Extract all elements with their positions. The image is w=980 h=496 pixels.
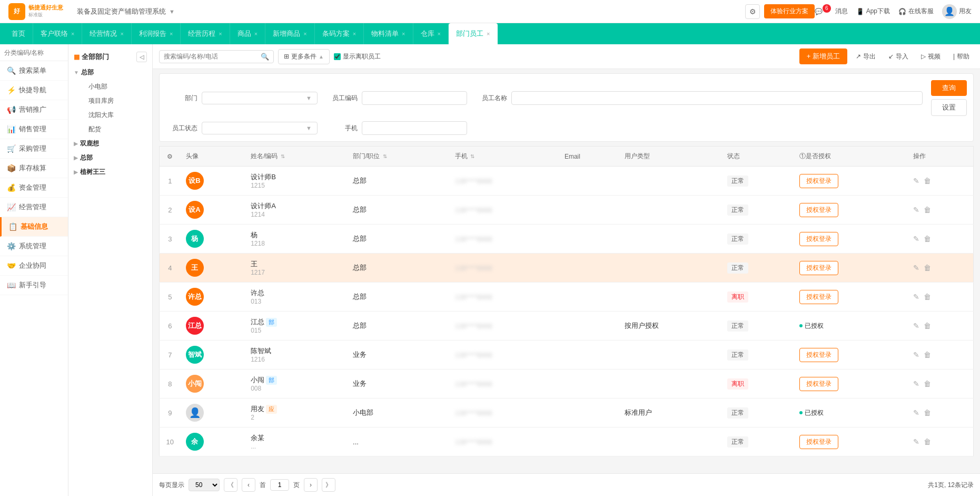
tab-warehouse-close[interactable]: × [438,31,441,37]
tree-group-head[interactable]: ▶ 总部 [68,151,152,165]
tab-profit-close[interactable]: × [170,31,173,37]
trial-button[interactable]: 体验行业方案 [764,4,815,18]
delete-button[interactable]: 🗑 [924,293,931,301]
edit-button[interactable]: ✎ [913,351,919,359]
auth-login-button[interactable]: 授权登录 [799,174,838,188]
sidebar-item-guide[interactable]: 📖 新手引导 [0,276,68,295]
tab-goods-close[interactable]: × [254,31,258,37]
show-inactive-checkbox-wrap[interactable]: 显示离职员工 [334,52,381,61]
tab-goods[interactable]: 商品 × [230,23,265,44]
sidebar-item-system[interactable]: ⚙️ 系统管理 [0,237,68,256]
sidebar-item-search[interactable]: 🔍 搜索菜单 [0,61,68,81]
tab-process-close[interactable]: × [219,31,222,37]
first-page-button[interactable]: 《 [224,478,237,492]
delete-button[interactable]: 🗑 [924,380,931,388]
dept-sort-icon[interactable]: ⇅ [383,153,387,159]
delete-button[interactable]: 🗑 [924,409,931,417]
sidebar-item-nav[interactable]: ⚡ 快捷导航 [0,81,68,100]
tab-bom[interactable]: 物料清单 × [364,23,413,44]
filter-dept-select[interactable]: ▼ [202,92,318,104]
filter-emp-code-input[interactable] [362,91,467,105]
tab-customer-close[interactable]: × [71,31,74,37]
auth-login-button[interactable]: 授权登录 [799,377,838,391]
tab-barcode[interactable]: 条码方案 × [315,23,364,44]
messages-button[interactable]: 💬 6 消息 [815,7,848,16]
edit-button[interactable]: ✎ [913,380,919,388]
add-employee-button[interactable]: + 新增员工 [799,48,847,64]
sidebar-item-finance[interactable]: 💰 资金管理 [0,178,68,198]
title-dropdown-icon[interactable]: ▼ [169,8,175,15]
reset-button[interactable]: 设置 [931,99,967,116]
name-sort-icon[interactable]: ⇅ [281,153,285,159]
delete-button[interactable]: 🗑 [924,264,931,272]
phone-sort-icon[interactable]: ⇅ [470,153,474,159]
edit-button[interactable]: ✎ [913,206,919,214]
auth-login-button[interactable]: 授权登录 [799,261,838,275]
auth-login-button[interactable]: 授权登录 [799,203,838,217]
tree-item-shenyang[interactable]: 沈阳大库 [80,108,152,122]
user-profile-button[interactable]: 👤 用友 [942,4,972,19]
tab-warehouse[interactable]: 仓库 × [413,23,449,44]
settings-gear-button[interactable]: ⚙ [745,4,760,19]
online-service-button[interactable]: 🎧 在线客服 [898,7,934,16]
edit-button[interactable]: ✎ [913,264,919,272]
last-page-button[interactable]: 》 [322,478,335,492]
delete-button[interactable]: 🗑 [924,351,931,359]
sidebar-item-basic-info[interactable]: 📋 基础信息 [0,217,68,237]
auth-login-button[interactable]: 授权登录 [799,348,838,362]
sidebar-item-inventory[interactable]: 📦 库存核算 [0,159,68,178]
prev-page-button[interactable]: ‹ [242,478,255,492]
sidebar-item-collab[interactable]: 🤝 企业协同 [0,256,68,276]
tree-item-project-warehouse[interactable]: 项目库房 [80,94,152,108]
tab-new-goods[interactable]: 新增商品 × [265,23,314,44]
sidebar-item-marketing[interactable]: 📢 营销推广 [0,100,68,120]
sidebar-item-purchase[interactable]: 🛒 采购管理 [0,139,68,159]
sidebar-item-sales[interactable]: 📊 销售管理 [0,120,68,139]
import-button[interactable]: ↙ 导入 [884,50,913,64]
delete-button[interactable]: 🗑 [924,206,931,214]
show-inactive-checkbox[interactable] [334,53,341,60]
more-filter-button[interactable]: ⊞ 更多条件 ▲ [278,49,330,64]
tab-employees[interactable]: 部门员工 × [449,23,498,44]
search-input[interactable] [164,53,259,60]
page-number-input[interactable] [270,479,289,491]
tab-home[interactable]: 首页 [4,23,33,44]
filter-emp-status-select[interactable]: ▼ [202,122,318,134]
delete-button[interactable]: 🗑 [924,322,931,330]
edit-button[interactable]: ✎ [913,409,919,417]
edit-button[interactable]: ✎ [913,177,919,185]
auth-login-button[interactable]: 授权登录 [799,290,838,304]
next-page-button[interactable]: › [304,478,318,492]
video-button[interactable]: ▷ 视频 [917,50,945,64]
tab-employees-close[interactable]: × [487,31,490,37]
edit-button[interactable]: ✎ [913,293,919,301]
filter-phone-input[interactable] [362,121,467,135]
filter-emp-name-input[interactable] [511,91,923,105]
auth-login-button[interactable]: 授权登录 [799,435,838,449]
tree-group-plant[interactable]: ▶ 植树王三 [68,165,152,179]
app-download-button[interactable]: 📱 App下载 [856,7,890,16]
edit-button[interactable]: ✎ [913,322,919,330]
tab-barcode-close[interactable]: × [353,31,356,37]
sidebar-item-operations[interactable]: 📈 经营管理 [0,198,68,217]
delete-button[interactable]: 🗑 [924,235,931,243]
sidebar-search-input[interactable] [4,49,68,56]
tree-group-shuanglu[interactable]: ▶ 双鹿想 [68,137,152,151]
edit-button[interactable]: ✎ [913,235,919,243]
tab-profit[interactable]: 利润报告 × [132,23,181,44]
auth-login-button[interactable]: 授权登录 [799,232,838,246]
tab-customer[interactable]: 客户联络 × [33,23,82,44]
tab-business-close[interactable]: × [120,31,123,37]
tree-item-delivery[interactable]: 配货 [80,122,152,137]
print-button[interactable]: | 帮助 [949,50,974,64]
tab-bom-close[interactable]: × [402,31,405,37]
tree-group-headquarters-title[interactable]: ▼ 总部 [68,65,152,80]
edit-button[interactable]: ✎ [913,437,919,446]
tree-collapse-button[interactable]: ◁ [136,52,147,62]
tab-new-goods-close[interactable]: × [303,31,306,37]
tab-process[interactable]: 经营历程 × [181,23,230,44]
delete-button[interactable]: 🗑 [924,437,931,446]
delete-button[interactable]: 🗑 [924,177,931,185]
page-size-select[interactable]: 50 10 20 100 [189,479,220,491]
tree-item-electronics[interactable]: 小电部 [80,80,152,94]
